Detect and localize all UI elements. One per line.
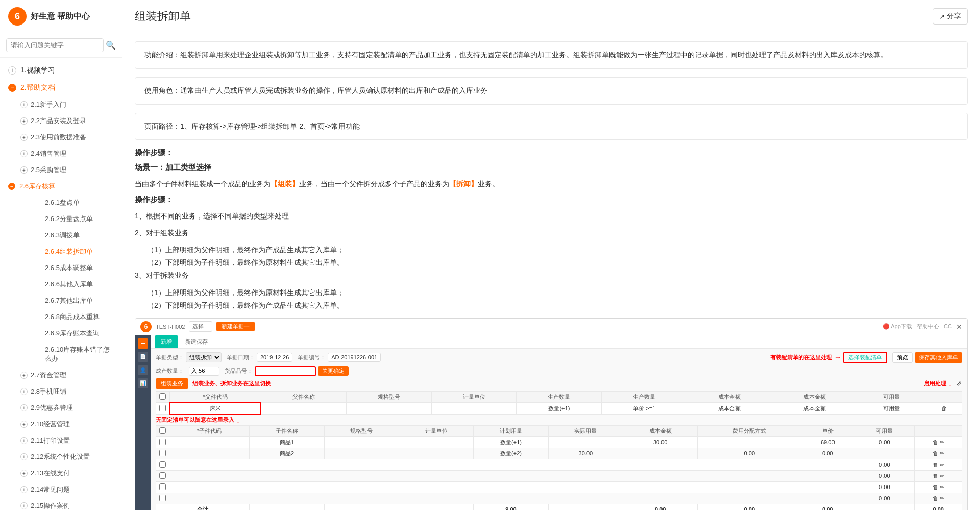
app-code-value[interactable]: AD-20191226-001: [328, 353, 381, 362]
sidebar-item-stockerror[interactable]: 2.6.10库存账本错了怎么办: [24, 342, 122, 367]
select-all-cb2[interactable]: [159, 427, 166, 434]
app-nav-icon-4[interactable]: 📊: [138, 378, 148, 388]
td2-empty-5: [169, 481, 854, 493]
td2-avail-1: 0.00: [854, 436, 915, 448]
app-confirm-btn[interactable]: 关更确定: [318, 366, 349, 376]
app-close-btn[interactable]: ✕: [956, 323, 962, 331]
plus-icon-sub: +: [20, 486, 28, 493]
sidebar-item-customize[interactable]: +2.12系统个性化设置: [0, 449, 122, 465]
th-cost-amt2: 成本金额: [772, 391, 857, 403]
nav-sub-inventory: 2.6.1盘点单 2.6.2分量盘点单 2.6.3调拨单 2.6.4组装拆卸单 …: [0, 195, 122, 367]
sidebar-item-costadjust[interactable]: 2.6.5成本调整单: [24, 260, 122, 276]
app-type-select[interactable]: 组装拆卸: [186, 352, 222, 362]
app-nav-icon-2[interactable]: 📄: [138, 352, 148, 362]
sidebar-item-stocktake[interactable]: 2.6.1盘点单: [24, 195, 122, 211]
sidebar-item-video[interactable]: + 1.视频学习: [0, 62, 122, 79]
sidebar-item-stockledger[interactable]: 2.6.9库存账本查询: [24, 325, 122, 342]
step-2: 2、对于组装业务: [135, 227, 968, 239]
sidebar-item-mgmt[interactable]: +2.10经营管理: [0, 416, 122, 432]
sidebar-item-otherinstock[interactable]: 2.6.6其他入库单: [24, 276, 122, 293]
row-cb2-2[interactable]: [159, 450, 166, 456]
th-checkbox: [156, 391, 170, 403]
app-save-btn[interactable]: 保存其他入库单: [915, 352, 962, 363]
sidebar-item-install[interactable]: +2.2产品安装及登录: [0, 113, 122, 129]
sidebar-item-payment[interactable]: +2.13在线支付: [0, 465, 122, 481]
sidebar-item-print[interactable]: +2.11打印设置: [0, 432, 122, 449]
app-table-child-head: *子件代码 子件名称 规格型号 计量单位 计划用量 实际用量 成本金额 费用分配…: [156, 425, 962, 436]
tf-cost3: 0.00: [801, 504, 854, 510]
search-input[interactable]: [6, 38, 104, 52]
sidebar-item-inventory[interactable]: −2.6库存核算: [0, 178, 122, 195]
app-tab-new[interactable]: 新增: [155, 335, 178, 348]
td2-alloc-1: [698, 436, 801, 448]
app-new-doc-btn[interactable]: 新建单据一: [216, 322, 255, 331]
share-button[interactable]: ↗ 分享: [933, 8, 968, 25]
sidebar-item-transfer[interactable]: 2.6.3调拨单: [24, 227, 122, 244]
plus-icon-sub: +: [20, 453, 28, 460]
app-topbar-icons: 🔴 App下载 帮助中心 CC: [883, 323, 952, 330]
tf-cost1: 0.00: [623, 504, 698, 510]
app-nav-icon-1[interactable]: ☰: [138, 338, 148, 349]
sidebar-item-data-prep[interactable]: +2.3使用前数据准备: [0, 129, 122, 145]
row-cb2-4[interactable]: [159, 472, 166, 479]
step-1: 1、根据不同的业务，选择不同单据的类型来处理: [135, 210, 968, 223]
tf-empty3: [399, 504, 474, 510]
th-prod-qty: 生产数量: [517, 391, 602, 403]
th-spec: 规格型号: [346, 391, 431, 403]
td-op: 🗑: [926, 403, 962, 415]
td2-empty-4: [169, 470, 854, 481]
td2-plan-2: 数量(+2): [474, 448, 548, 459]
app-switch-btn[interactable]: 组装业务: [156, 378, 188, 389]
app-expand-icon[interactable]: ⇗: [956, 379, 962, 387]
step-3b: （2）下部明细为子件明细，最终作为产成品生成其它入库单。: [135, 299, 968, 312]
sidebar-item-cases[interactable]: +2.15操作案例: [0, 498, 122, 510]
sidebar-item-mobile[interactable]: +2.8手机旺铺: [0, 383, 122, 400]
annotation-arrow: →: [834, 353, 841, 361]
sidebar-item-coupon[interactable]: +2.9优惠券管理: [0, 400, 122, 416]
th2-unit: 计量单位: [399, 425, 474, 436]
app-bom-select-btn[interactable]: 选择装配清单: [843, 352, 887, 363]
app-nav-icon-3[interactable]: 👤: [138, 365, 148, 375]
app-selector[interactable]: 选择: [189, 321, 212, 332]
app-form-row-2: 成产数量： 货品品号： 关更确定: [156, 366, 962, 376]
sidebar-item-finance[interactable]: +2.7资金管理: [0, 367, 122, 383]
select-all-cb[interactable]: [159, 393, 166, 400]
search-button[interactable]: 🔍: [106, 40, 116, 50]
sidebar-item-faq[interactable]: +2.14常见问题: [0, 481, 122, 498]
table-row: 0.00 🗑 ✏: [156, 493, 962, 504]
app-form-date: 单据日期： 2019-12-26: [227, 353, 292, 362]
app-preview-btn[interactable]: 预览: [892, 352, 913, 363]
scene-desc: 当由多个子件材料组装成一个成品的业务为【组装】业务，当由一个父件拆分成多个子产品…: [135, 178, 968, 190]
row-cb2-3[interactable]: [159, 461, 166, 468]
row-cb2-6[interactable]: [159, 495, 166, 501]
app-goods-label: 货品品号：: [225, 367, 253, 375]
td2-name-1: 商品1: [250, 436, 324, 448]
sidebar-item-partialstock[interactable]: 2.6.2分量盘点单: [24, 211, 122, 227]
td2-price-6: 0.00: [854, 493, 915, 504]
table-row: 0.00 🗑 ✏: [156, 481, 962, 493]
app-qty-input[interactable]: [189, 367, 219, 376]
td2-spec-2: [324, 448, 399, 459]
app-goods-input[interactable]: [255, 366, 316, 376]
td-unit-price: 单价 >=1: [602, 403, 687, 415]
app-table-child: *子件代码 子件名称 规格型号 计量单位 计划用量 实际用量 成本金额 费用分配…: [156, 425, 962, 510]
row-cb2-1[interactable]: [159, 439, 166, 445]
sidebar-item-newbie[interactable]: +2.1新手入门: [0, 96, 122, 113]
app-date-value[interactable]: 2019-12-26: [257, 353, 292, 362]
sidebar-nav: + 1.视频学习 − 2.帮助文档 +2.1新手入门 +2.2产品安装及登录 +…: [0, 58, 122, 510]
td2-unit-2: [399, 448, 474, 459]
plus-icon-sub: +: [20, 404, 28, 411]
sidebar-item-costrecalc[interactable]: 2.6.8商品成本重算: [24, 309, 122, 325]
td-avail: 可用量: [857, 403, 926, 415]
row-cb2-5[interactable]: [159, 483, 166, 490]
table-row: 商品2 数量(+2) 30.00 0.00 0.00: [156, 448, 962, 459]
app-tab-save[interactable]: 新建保存: [179, 335, 214, 348]
app-form-code: 单据编号： AD-20191226-001: [298, 353, 381, 362]
tf-empty1: [250, 504, 324, 510]
sidebar-item-purchase[interactable]: +2.5采购管理: [0, 162, 122, 178]
sidebar-item-otheroutstock[interactable]: 2.6.7其他出库单: [24, 293, 122, 309]
row-cb[interactable]: [159, 405, 166, 411]
sidebar-item-assembly[interactable]: 2.6.4组装拆卸单: [24, 244, 122, 260]
sidebar-item-sales[interactable]: +2.4销售管理: [0, 145, 122, 162]
sidebar-item-docs[interactable]: − 2.帮助文档: [0, 79, 122, 96]
